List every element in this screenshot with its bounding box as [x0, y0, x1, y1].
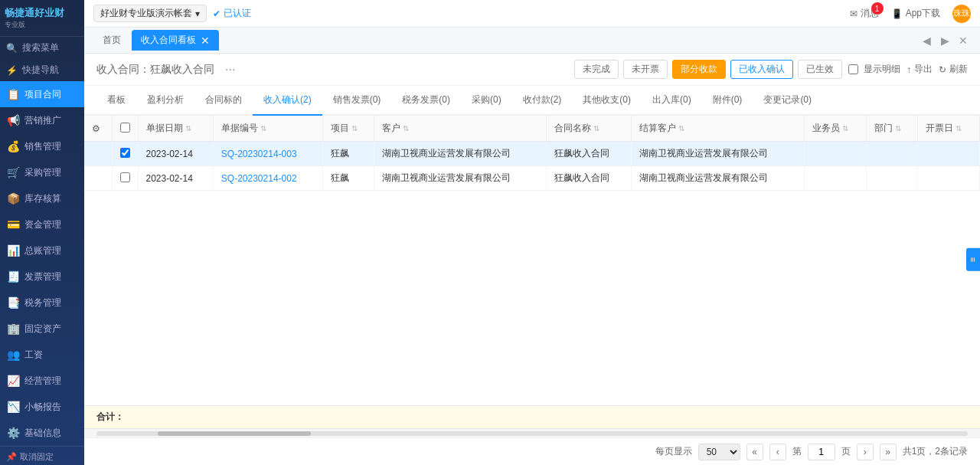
- row-number-link[interactable]: SQ-20230214-002: [221, 173, 297, 184]
- row-number[interactable]: SQ-20230214-003: [213, 142, 322, 166]
- department-header[interactable]: 部门⇅: [866, 116, 917, 142]
- scrollbar-track[interactable]: [96, 431, 968, 436]
- sidebar-item-label: 发票管理: [24, 270, 61, 283]
- sidebar-item-fixed-assets[interactable]: 🏢 固定资产: [0, 316, 84, 342]
- row-contract-name: 狂飙收入合同: [547, 166, 632, 191]
- sidebar-item-inventory[interactable]: 📦 库存核算: [0, 185, 84, 211]
- message-btn[interactable]: ✉ 1 消息: [850, 7, 879, 20]
- subtab-change-log[interactable]: 变更记录(0): [753, 86, 822, 116]
- sidebar-item-capital[interactable]: 💳 资金管理: [0, 211, 84, 237]
- sidebar-item-hr[interactable]: 👥 工资: [0, 342, 84, 368]
- last-page-btn[interactable]: »: [880, 444, 897, 460]
- more-options-btn[interactable]: ···: [225, 63, 235, 77]
- status-confirmed-received[interactable]: 已收入确认: [730, 60, 793, 79]
- subtab-tax-invoice[interactable]: 税务发票(0): [391, 86, 461, 116]
- row-settle-customer: 湖南卫视商业运营发展有限公司: [632, 142, 805, 166]
- subtab-payment[interactable]: 收付款(2): [512, 86, 573, 116]
- row-checkbox[interactable]: [120, 148, 130, 158]
- status-effective[interactable]: 已生效: [798, 60, 842, 79]
- quick-nav-btn[interactable]: ⚡ 快捷导航: [0, 59, 84, 81]
- unpin-btn[interactable]: 📌 取消固定: [0, 446, 84, 465]
- row-customer: 湖南卫视商业运营发展有限公司: [374, 142, 547, 166]
- tab-home[interactable]: 首页: [93, 29, 130, 51]
- row-checkbox-cell[interactable]: [112, 166, 138, 191]
- row-checkbox[interactable]: [120, 172, 130, 182]
- tab-close-btn[interactable]: ✕: [201, 35, 210, 46]
- search-menu-btn[interactable]: 🔍 搜索菜单: [0, 37, 84, 59]
- fixed-assets-icon: 🏢: [6, 322, 20, 336]
- subtab-warehouse[interactable]: 出入库(0): [642, 86, 702, 116]
- top-bar-right: ✉ 1 消息 📱 App下载 珠珠: [850, 5, 971, 23]
- header-actions: 显示明细 ↑ 导出 ↻ 刷新: [848, 63, 968, 76]
- user-avatar-btn[interactable]: 珠珠: [952, 5, 971, 23]
- subtab-attachment[interactable]: 附件(0): [702, 86, 753, 116]
- table-row[interactable]: 2023-02-14 SQ-20230214-002 狂飙 湖南卫视商业运营发展…: [84, 166, 980, 191]
- sidebar-item-operations[interactable]: 📈 经营管理: [0, 368, 84, 394]
- salesperson-header[interactable]: 业务员⇅: [804, 116, 866, 142]
- page-input[interactable]: [808, 444, 835, 460]
- subtab-sales-invoice[interactable]: 销售发票(0): [322, 86, 392, 116]
- customer-header[interactable]: 客户⇅: [374, 116, 547, 142]
- reports-icon: 📉: [6, 400, 20, 414]
- sidebar-item-project-contract[interactable]: 📋 项目合同: [0, 81, 84, 107]
- tab-prev-btn[interactable]: ◀: [919, 33, 934, 48]
- table-header-row: ⚙ 单据日期⇅ 单据编号⇅ 项目⇅ 客户⇅ 合同名称⇅ 结算客户⇅ 业务员⇅ 部…: [84, 116, 980, 142]
- sidebar-item-label: 销售管理: [24, 140, 61, 153]
- table-row[interactable]: 2023-02-14 SQ-20230214-003 狂飙 湖南卫视商业运营发展…: [84, 142, 980, 166]
- sidebar-item-tax[interactable]: 📑 税务管理: [0, 290, 84, 316]
- contract-name-header[interactable]: 合同名称⇅: [547, 116, 632, 142]
- prev-page-btn[interactable]: ‹: [769, 444, 786, 460]
- first-page-btn[interactable]: «: [746, 444, 763, 460]
- logo-sub: 专业版: [5, 20, 80, 30]
- subtab-income-confirm[interactable]: 收入确认(2): [253, 86, 322, 116]
- tab-close-all-btn[interactable]: ✕: [956, 33, 971, 48]
- basic-info-icon: ⚙️: [6, 426, 20, 440]
- number-header[interactable]: 单据编号⇅: [213, 116, 322, 142]
- right-side-icon[interactable]: ≡: [966, 247, 980, 270]
- show-detail-checkbox[interactable]: 显示明细: [848, 63, 900, 76]
- user-name: 珠珠: [953, 8, 970, 19]
- checkbox-header[interactable]: [112, 116, 138, 142]
- refresh-btn[interactable]: ↻ 刷新: [939, 63, 968, 76]
- sidebar-item-label: 资金管理: [24, 218, 61, 231]
- sidebar-item-basic-info[interactable]: ⚙️ 基础信息: [0, 420, 84, 446]
- app-download-btn[interactable]: 📱 App下载: [891, 7, 940, 20]
- settings-header[interactable]: ⚙: [84, 116, 112, 142]
- sidebar-item-sales[interactable]: 💰 销售管理: [0, 133, 84, 159]
- sidebar-item-label: 营销推广: [24, 114, 61, 127]
- date-header[interactable]: 单据日期⇅: [138, 116, 213, 142]
- title-name: 狂飙收入合同: [150, 63, 214, 75]
- sidebar-item-marketing[interactable]: 📢 营销推广: [0, 107, 84, 133]
- row-customer: 湖南卫视商业运营发展有限公司: [374, 166, 547, 191]
- next-page-btn[interactable]: ›: [857, 444, 874, 460]
- subtab-other-income[interactable]: 其他收支(0): [572, 86, 642, 116]
- page-size-select[interactable]: 50 100 200: [698, 444, 740, 460]
- doc-date-header[interactable]: 开票日⇅: [917, 116, 979, 142]
- tab-income-contract[interactable]: 收入合同看板 ✕: [132, 30, 219, 51]
- status-uncompleted[interactable]: 未完成: [574, 60, 619, 79]
- subtab-purchase[interactable]: 采购(0): [461, 86, 512, 116]
- operations-icon: 📈: [6, 374, 20, 388]
- subtab-profit[interactable]: 盈利分析: [136, 86, 194, 116]
- row-checkbox-cell[interactable]: [112, 142, 138, 166]
- status-uninvoiced[interactable]: 未开票: [623, 60, 668, 79]
- tab-next-btn[interactable]: ▶: [937, 33, 952, 48]
- sidebar-item-general-ledger[interactable]: 📊 总账管理: [0, 237, 84, 264]
- scrollbar-area[interactable]: [84, 428, 980, 437]
- scrollbar-thumb[interactable]: [158, 431, 311, 436]
- refresh-icon: ↻: [939, 64, 946, 75]
- sidebar-item-invoice[interactable]: 🧾 发票管理: [0, 264, 84, 290]
- export-btn[interactable]: ↑ 导出: [906, 63, 933, 76]
- sidebar-item-reports[interactable]: 📉 小畅报告: [0, 394, 84, 420]
- subtab-kanban[interactable]: 看板: [96, 86, 136, 116]
- select-all-checkbox[interactable]: [120, 123, 130, 133]
- project-header[interactable]: 项目⇅: [322, 116, 374, 142]
- subtab-contract-standard[interactable]: 合同标的: [194, 86, 253, 116]
- settle-customer-header[interactable]: 结算客户⇅: [632, 116, 805, 142]
- status-partial-received[interactable]: 部分收款: [672, 60, 726, 79]
- row-number[interactable]: SQ-20230214-002: [213, 166, 322, 191]
- sidebar-item-purchase[interactable]: 🛒 采购管理: [0, 159, 84, 185]
- company-selector[interactable]: 好业财专业版演示帐套 ▾: [93, 5, 207, 22]
- row-number-link[interactable]: SQ-20230214-003: [221, 149, 297, 159]
- show-detail-input[interactable]: [848, 64, 858, 74]
